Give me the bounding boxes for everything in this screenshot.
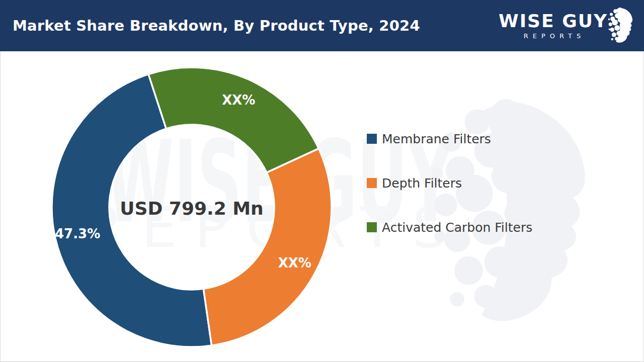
legend-item: Membrane Filters <box>367 131 532 146</box>
legend-item: Depth Filters <box>367 175 532 191</box>
logo-brand-text: WISE GUY <box>499 12 608 30</box>
chart-legend: Membrane FiltersDepth FiltersActivated C… <box>367 131 532 264</box>
legend-item: Activated Carbon Filters <box>367 220 532 235</box>
wiseguy-logo: WISE GUY REPORTS <box>499 6 634 46</box>
donut-chart: 47.3%XX%XX%USD 799.2 Mn <box>1 51 644 362</box>
logo-subtitle-text: REPORTS <box>521 32 586 40</box>
slice-percent-label: XX% <box>278 255 311 270</box>
legend-swatch <box>367 134 377 144</box>
donut-slice-activated-carbon-filters <box>148 67 318 172</box>
infographic-page: Market Share Breakdown, By Product Type,… <box>0 0 644 362</box>
legend-label: Activated Carbon Filters <box>382 220 532 235</box>
legend-label: Depth Filters <box>382 176 462 191</box>
page-title: Market Share Breakdown, By Product Type,… <box>13 17 420 34</box>
donut-center-value: USD 799.2 Mn <box>120 198 263 219</box>
legend-swatch <box>367 222 377 232</box>
slice-percent-label: XX% <box>222 93 255 108</box>
donut-slice-depth-filters <box>203 148 332 345</box>
legend-swatch <box>367 178 377 188</box>
face-profile-icon <box>607 6 634 46</box>
legend-label: Membrane Filters <box>382 132 491 146</box>
logo-wordmark: WISE GUY REPORTS <box>499 12 608 40</box>
chart-area: WISE GUY REPORTS 47.3%XX%XX%USD 799.2 Mn… <box>0 51 644 362</box>
header-bar: Market Share Breakdown, By Product Type,… <box>0 0 644 51</box>
slice-percent-label: 47.3% <box>55 226 100 241</box>
